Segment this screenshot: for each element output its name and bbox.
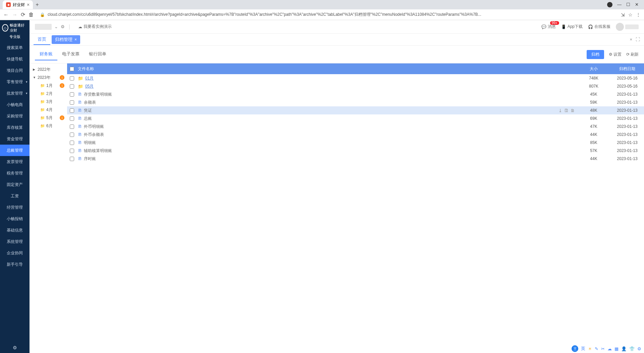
file-name[interactable]: 01月 [85, 75, 94, 81]
tray-cloud-icon[interactable]: ☁ [607, 346, 612, 351]
sidebar-item-9[interactable]: 总账管理 [0, 145, 30, 156]
tabs-close-all-icon[interactable]: × [630, 37, 632, 42]
browser-tab[interactable]: ◆ 好业财 × [3, 0, 33, 9]
user-menu[interactable] [616, 23, 639, 31]
tray-person-icon[interactable]: 👤 [621, 346, 627, 351]
row-checkbox[interactable] [70, 76, 74, 81]
table-row[interactable]: 🖹存货数量明细账45K2023-01-13 [67, 90, 644, 98]
url-bar[interactable]: 🔒 cloud.chanjet.com/cc/u6d89qwnryel/57bf… [37, 12, 618, 17]
sidebar-item-12[interactable]: 固定资产 [0, 179, 30, 190]
sidebar-item-13[interactable]: 工资 [0, 190, 30, 202]
gear-icon[interactable]: ⚙ [61, 24, 65, 29]
table-row[interactable]: 🖹外币余额表44K2023-01-13 [67, 131, 644, 139]
action-pdf-icon[interactable]: 🖺 [564, 108, 569, 113]
select-all-checkbox[interactable] [70, 67, 74, 71]
sidebar-item-10[interactable]: 发票管理 [0, 156, 30, 167]
user-circle-icon[interactable] [607, 2, 612, 7]
ime-logo-icon[interactable]: 王 [572, 345, 578, 352]
sidebar-item-2[interactable]: 项目合同 [0, 65, 30, 76]
tree-month[interactable]: 📁6月 [31, 122, 66, 130]
tree-month[interactable]: 📁5月i [31, 114, 66, 122]
tray-scissors-icon[interactable]: ✂ [601, 346, 605, 351]
maximize-icon[interactable]: ☐ [626, 2, 630, 7]
table-row[interactable]: 🖹明细账85K2023-01-13 [67, 139, 644, 147]
sidebar-item-3[interactable]: 零售管理▾ [0, 76, 30, 88]
kebab-icon[interactable]: ⋮ [636, 12, 641, 17]
row-checkbox[interactable] [70, 141, 74, 145]
minimize-icon[interactable]: — [617, 2, 622, 7]
file-name[interactable]: 05月 [85, 84, 94, 89]
back-icon[interactable]: ← [3, 12, 9, 18]
refresh-button[interactable]: ⟳ 刷新 [626, 52, 639, 57]
reload-icon[interactable]: ⟳ [21, 11, 25, 18]
tree-month[interactable]: 📁3月 [31, 98, 66, 106]
sidebar-item-16[interactable]: 基础信息 [0, 224, 30, 236]
sub-tab-2[interactable]: 银行回单 [84, 48, 111, 60]
row-checkbox[interactable] [70, 133, 74, 137]
star-icon[interactable]: ☆ [628, 12, 633, 17]
tab-home[interactable]: 首页 [34, 34, 50, 45]
install-icon[interactable]: ⇲ [621, 12, 625, 17]
tree-month[interactable]: 📁1月i [31, 82, 66, 90]
tree-year[interactable]: ▶2022年 [31, 65, 66, 73]
row-checkbox[interactable] [70, 84, 74, 89]
row-checkbox[interactable] [70, 108, 74, 113]
tray-sun-icon[interactable]: ☀ [588, 346, 592, 351]
sidebar-item-0[interactable]: 搜索菜单 [0, 42, 30, 53]
messages-button[interactable]: 💬 消息 99+ [541, 24, 556, 30]
sidebar-item-19[interactable]: 新手引导 [0, 259, 30, 270]
table-row[interactable]: 🖹外币明细账47K2023-01-13 [67, 122, 644, 131]
sidebar-item-1[interactable]: 快捷导航 [0, 53, 30, 65]
tab-close-icon[interactable]: × [27, 2, 30, 7]
table-row[interactable]: 📁05月807K2023-05-16 [67, 82, 644, 90]
new-tab-button[interactable]: + [36, 2, 39, 8]
table-row[interactable]: 🖹辅助核算明细账57K2023-01-13 [67, 147, 644, 155]
tray-shirt-icon[interactable]: 👕 [629, 346, 635, 351]
row-checkbox[interactable] [70, 92, 74, 97]
table-row[interactable]: 📁01月748K2023-05-16 [67, 74, 644, 82]
tree-month[interactable]: 📁2月 [31, 90, 66, 98]
sidebar-item-7[interactable]: 库存核算 [0, 122, 30, 133]
table-row[interactable]: 🖹总账69K2023-01-13 [67, 114, 644, 122]
sidebar-item-17[interactable]: 系统管理 [0, 236, 30, 247]
trash-icon[interactable]: 🗑 [29, 12, 34, 18]
online-service-button[interactable]: 🎧 在线客服 [588, 24, 610, 30]
ime-lang[interactable]: 英 [581, 346, 585, 352]
sidebar-item-6[interactable]: 采购管理 [0, 110, 30, 122]
row-checkbox[interactable] [70, 100, 74, 105]
tab-archive[interactable]: 归档管理 × [52, 35, 80, 44]
sidebar-item-15[interactable]: 小畅报销 [0, 213, 30, 224]
table-row[interactable]: 🖹凭证⤓🖺🗎48K2023-01-13 [67, 106, 644, 114]
info-badge-icon: i [60, 83, 64, 88]
row-checkbox[interactable] [70, 149, 74, 153]
sidebar-item-18[interactable]: 企业协同 [0, 247, 30, 259]
tree-year[interactable]: ▼2023年i [31, 73, 66, 82]
table-row[interactable]: 🖹序时账44K2023-01-13 [67, 155, 644, 163]
sidebar-item-14[interactable]: 经营管理 [0, 202, 30, 213]
close-window-icon[interactable]: ✕ [635, 2, 639, 7]
fullscreen-icon[interactable]: ⛶ [636, 37, 640, 42]
table-row[interactable]: 🖹余额表59K2023-01-13 [67, 98, 644, 106]
row-checkbox[interactable] [70, 157, 74, 161]
sidebar-item-11[interactable]: 税务管理 [0, 167, 30, 179]
sidebar-item-5[interactable]: 小畅电商 [0, 99, 30, 110]
tray-edit-icon[interactable]: ✎ [595, 346, 598, 351]
sidebar-item-8[interactable]: 资金管理 [0, 133, 30, 145]
sub-tab-1[interactable]: 电子发票 [57, 48, 84, 60]
row-checkbox[interactable] [70, 116, 74, 121]
action-export-icon[interactable]: ⤓ [558, 108, 562, 113]
tray-gear-icon[interactable]: ⚙ [637, 346, 641, 351]
row-checkbox[interactable] [70, 124, 74, 129]
app-download-button[interactable]: 📱 App下载 [561, 24, 583, 30]
archive-button[interactable]: 归档 [587, 50, 604, 59]
company-selector[interactable]: ⌄ ⚙ [35, 24, 65, 30]
tray-image-icon[interactable]: ▦ [614, 346, 619, 351]
demo-link[interactable]: ☁ 我要看实例演示 [78, 24, 112, 30]
settings-button[interactable]: ⚙ 设置 [609, 52, 622, 57]
tree-month[interactable]: 📁4月 [31, 106, 66, 114]
sub-tab-0[interactable]: 财务账 [35, 48, 57, 60]
sidebar-item-4[interactable]: 批发管理▾ [0, 88, 30, 99]
action-preview-icon[interactable]: 🗎 [571, 108, 575, 113]
tab-close-icon[interactable]: × [74, 37, 77, 42]
sidebar-settings-button[interactable]: ⚙ [0, 342, 30, 353]
